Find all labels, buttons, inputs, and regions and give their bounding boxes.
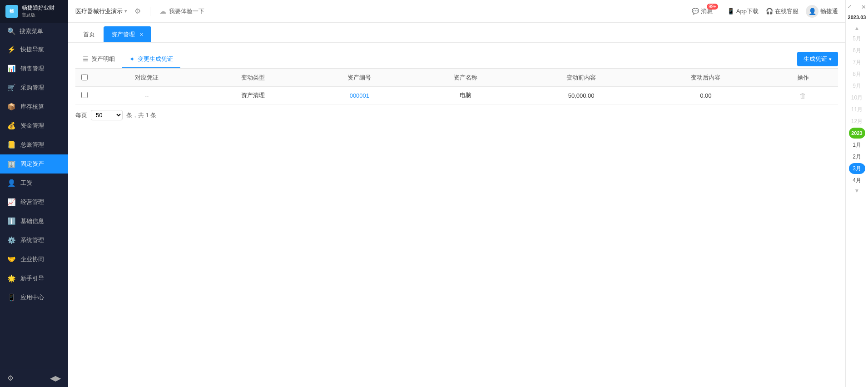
experience-button[interactable]: ☁ 我要体验一下	[159, 7, 204, 15]
calendar-year-2023: 2023	[849, 128, 865, 139]
user-profile[interactable]: 👤 畅捷通	[806, 5, 838, 18]
sidebar-item-quick-nav[interactable]: ⚡ 快捷导航	[0, 40, 68, 59]
list-icon: ☰	[83, 55, 89, 63]
tabbar: 首页 资产管理 ✕	[68, 23, 845, 43]
calendar-month-12[interactable]: 12月	[849, 116, 865, 127]
sidebar-item-guide[interactable]: 🌟 新手引导	[0, 269, 68, 288]
company-name: 医疗器械行业演示	[75, 7, 123, 15]
calendar-month-2[interactable]: 2月	[849, 151, 865, 162]
generate-voucher-button[interactable]: 生成凭证 ▾	[797, 52, 838, 66]
header-after-change: 变动后内容	[644, 69, 768, 87]
calendar-month-4[interactable]: 4月	[849, 175, 865, 186]
calendar-month-7[interactable]: 7月	[849, 57, 865, 68]
cell-before-change: 50,000.00	[519, 87, 644, 104]
sub-tab-change-voucher[interactable]: ✦ 变更生成凭证	[122, 51, 180, 68]
header-asset-no: 资产编号	[306, 69, 412, 87]
finance-icon: 💰	[7, 122, 16, 130]
tab-home[interactable]: 首页	[75, 26, 103, 42]
calendar-month-10[interactable]: 10月	[849, 92, 865, 103]
cell-after-change: 0.00	[644, 87, 768, 104]
right-panel: ✕ ⤢ 2023.03 ▲ 5月 6月 7月 8月 9月 10月 11月 12月…	[845, 0, 868, 387]
row-checkbox[interactable]	[81, 92, 88, 98]
system-icon: ⚙️	[7, 236, 16, 244]
topbar: 医疗器械行业演示 ▾ ⚙ ☁ 我要体验一下 💬 消息 99+ 📱 App下载 🎧…	[68, 0, 845, 23]
enterprise-icon: 🤝	[7, 255, 16, 263]
panel-close-icon[interactable]: ✕	[861, 4, 866, 10]
app-edition: 普及版	[22, 12, 55, 18]
cloud-icon: ☁	[159, 7, 166, 15]
messages-button[interactable]: 💬 消息 99+	[692, 7, 713, 15]
header-change-type: 变动类型	[200, 69, 306, 87]
calendar-month-8[interactable]: 8月	[849, 69, 865, 79]
company-selector[interactable]: 医疗器械行业演示 ▾	[75, 7, 127, 15]
page-size-select[interactable]: 50 10 20 100	[91, 110, 123, 120]
basic-info-icon: ℹ️	[7, 217, 16, 225]
calendar-month-3-current[interactable]: 3月	[849, 163, 865, 174]
pagination: 每页 50 10 20 100 条，共 1 条	[75, 104, 838, 122]
sidebar-item-system[interactable]: ⚙️ 系统管理	[0, 231, 68, 250]
sidebar-item-purchase[interactable]: 🛒 采购管理	[0, 78, 68, 97]
calendar-month-11[interactable]: 11月	[849, 104, 865, 115]
sidebar-item-finance[interactable]: 💰 资金管理	[0, 116, 68, 135]
header-voucher: 对应凭证	[94, 69, 200, 87]
sidebar-footer: ⚙ ◀▶	[0, 369, 68, 387]
tab-close-icon[interactable]: ✕	[139, 32, 144, 37]
sidebar-item-search[interactable]: 🔍 搜索菜单	[0, 23, 68, 40]
calendar-scroll-up[interactable]: ▲	[851, 24, 863, 33]
delete-icon[interactable]: 🗑	[799, 92, 806, 99]
calendar-month-9[interactable]: 9月	[849, 80, 865, 91]
guide-icon: 🌟	[7, 274, 16, 283]
calendar-scroll-down[interactable]: ▼	[851, 186, 863, 195]
operations-icon: 📈	[7, 198, 16, 206]
calendar-nav: ▲ 5月 6月 7月 8月 9月 10月 11月 12月 2023 1月 2月 …	[846, 24, 868, 195]
calendar-month-6[interactable]: 6月	[849, 45, 865, 56]
calendar-month-5[interactable]: 5月	[849, 33, 865, 44]
chevron-down-icon: ▾	[124, 8, 127, 14]
header-asset-name: 资产名称	[412, 69, 519, 87]
sidebar-item-operations[interactable]: 📈 经营管理	[0, 193, 68, 212]
app-logo: 畅	[5, 5, 18, 18]
payroll-icon: 👤	[7, 179, 16, 187]
select-all-checkbox[interactable]	[81, 74, 88, 80]
header-checkbox-cell	[75, 69, 94, 87]
cell-asset-no: 000001	[306, 87, 412, 104]
sidebar-item-enterprise[interactable]: 🤝 企业协同	[0, 250, 68, 269]
collapse-icon[interactable]: ◀▶	[50, 374, 61, 382]
panel-expand-icon[interactable]: ⤢	[848, 4, 860, 10]
download-icon: 📱	[727, 8, 734, 15]
settings-icon[interactable]: ⚙	[7, 374, 14, 382]
cell-asset-name: 电脑	[412, 87, 519, 104]
online-service-button[interactable]: 🎧 在线客服	[766, 7, 799, 15]
sidebar-item-sales[interactable]: 📊 销售管理	[0, 59, 68, 78]
table-row: -- 资产清理 000001 电脑 50,000.00 0.00 🗑	[75, 87, 838, 104]
sidebar-item-payroll[interactable]: 👤 工资	[0, 174, 68, 193]
app-center-icon: 📱	[7, 293, 16, 302]
sidebar-item-basic-info[interactable]: ℹ️ 基础信息	[0, 212, 68, 231]
sidebar-header: 畅 畅捷通好业财 普及版	[0, 0, 68, 23]
sidebar-item-inventory[interactable]: 📦 库存核算	[0, 97, 68, 116]
data-table: 对应凭证 变动类型 资产编号 资产名称 变动前内容 变动后内	[75, 69, 838, 104]
sidebar-nav: 🔍 搜索菜单 ⚡ 快捷导航 📊 销售管理 🛒 采购管理 📦 库存核算 💰 资金管…	[0, 23, 68, 369]
chevron-down-icon: ▾	[829, 56, 832, 62]
service-icon: 🎧	[766, 8, 773, 15]
messages-badge: 99+	[707, 4, 718, 10]
message-icon: 💬	[692, 8, 699, 15]
cell-voucher: --	[94, 87, 200, 104]
change-icon: ✦	[129, 55, 135, 63]
fixed-assets-icon: 🏢	[7, 160, 16, 168]
app-download-button[interactable]: 📱 App下载	[727, 7, 759, 15]
sidebar-item-app-center[interactable]: 📱 应用中心	[0, 288, 68, 307]
sidebar: 畅 畅捷通好业财 普及版 🔍 搜索菜单 ⚡ 快捷导航 📊 销售管理 🛒 采购管理…	[0, 0, 68, 387]
cell-change-type: 资产清理	[200, 87, 306, 104]
row-checkbox-cell	[75, 87, 94, 104]
sidebar-item-fixed-assets[interactable]: 🏢 固定资产	[0, 154, 68, 174]
sub-tabbar: ☰ 资产明细 ✦ 变更生成凭证 生成凭证 ▾	[75, 50, 838, 69]
tab-asset-management[interactable]: 资产管理 ✕	[104, 26, 151, 42]
sub-tab-asset-detail[interactable]: ☰ 资产明细	[75, 51, 122, 68]
divider	[150, 7, 150, 16]
topbar-right: 💬 消息 99+ 📱 App下载 🎧 在线客服 👤 畅捷通	[692, 5, 838, 18]
calendar-month-1[interactable]: 1月	[849, 139, 865, 150]
sidebar-item-ledger[interactable]: 📒 总账管理	[0, 135, 68, 154]
app-title: 畅捷通好业财	[22, 5, 55, 12]
gear-icon[interactable]: ⚙	[134, 7, 141, 15]
